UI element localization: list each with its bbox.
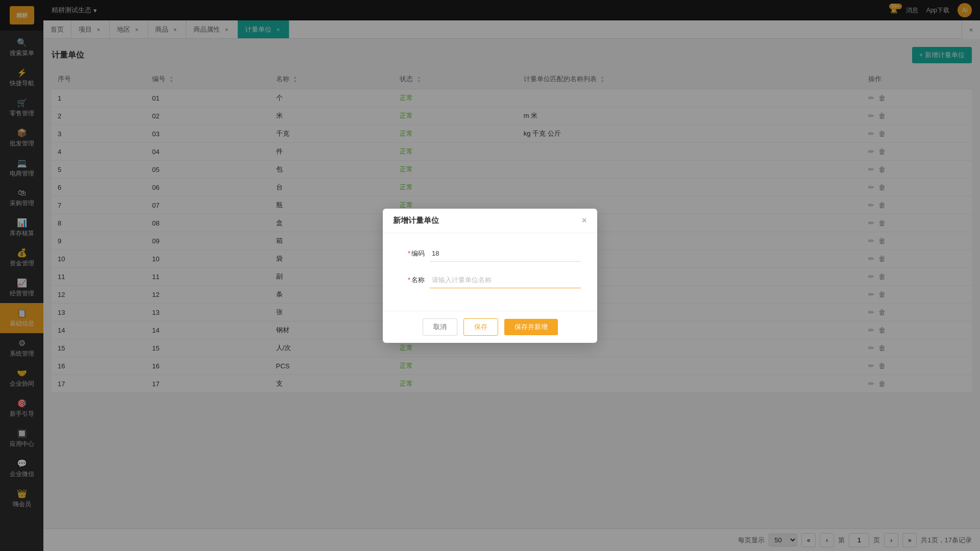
form-item-name: *名称 [399, 272, 581, 288]
modal-header: 新增计量单位 × [383, 209, 597, 233]
cancel-button[interactable]: 取消 [423, 318, 457, 336]
save-button[interactable]: 保存 [463, 318, 498, 336]
add-unit-modal: 新增计量单位 × *编码 *名称 取消 保存 保存并新增 [383, 209, 597, 343]
code-label: *编码 [399, 249, 430, 258]
modal-footer: 取消 保存 保存并新增 [383, 311, 597, 343]
modal-overlay: 新增计量单位 × *编码 *名称 取消 保存 保存并新增 [0, 0, 980, 551]
code-input[interactable] [430, 245, 581, 262]
modal-body: *编码 *名称 [383, 233, 597, 311]
name-input[interactable] [430, 272, 581, 288]
save-new-button[interactable]: 保存并新增 [504, 319, 558, 335]
modal-close-button[interactable]: × [581, 216, 587, 225]
form-item-code: *编码 [399, 245, 581, 262]
modal-title: 新增计量单位 [393, 216, 439, 226]
name-label: *名称 [399, 276, 430, 285]
